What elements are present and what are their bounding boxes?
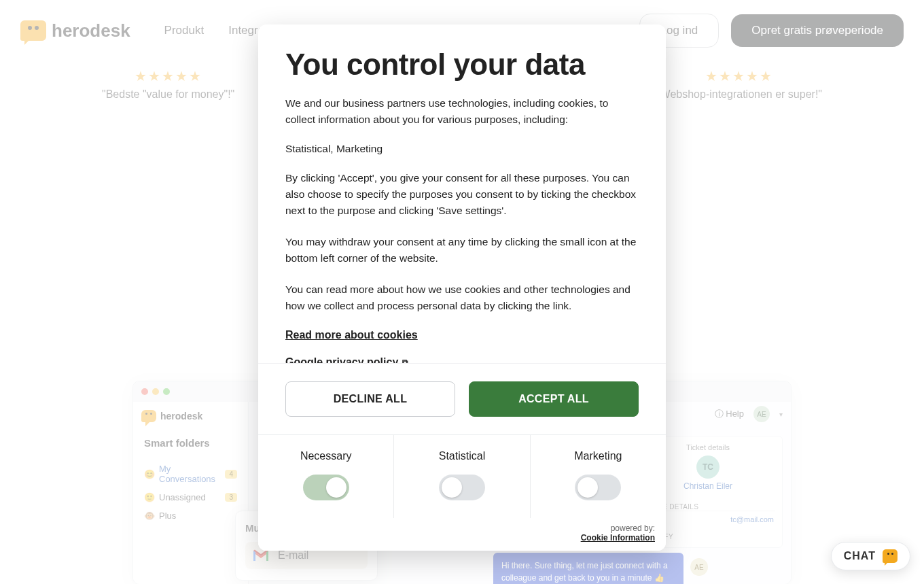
consent-toggle-row: Necessary Statistical Marketing <box>258 434 666 518</box>
powered-label: powered by: <box>611 523 655 533</box>
modal-intro: We and our business partners use technol… <box>285 95 639 128</box>
toggle-label: Necessary <box>265 450 387 462</box>
decline-all-button[interactable]: DECLINE ALL <box>285 381 455 417</box>
toggle-label: Marketing <box>537 450 659 462</box>
consent-necessary: Necessary <box>258 435 394 518</box>
modal-withdraw-text: You may withdraw your consent at any tim… <box>285 234 639 267</box>
marketing-toggle[interactable] <box>575 475 621 500</box>
modal-action-row: DECLINE ALL ACCEPT ALL <box>258 363 666 434</box>
consent-marketing: Marketing <box>531 435 666 518</box>
external-link-icon: ⧉ <box>402 358 408 363</box>
statistical-toggle[interactable] <box>439 475 485 500</box>
chat-launcher[interactable]: CHAT <box>831 542 910 570</box>
accept-all-button[interactable]: ACCEPT ALL <box>469 381 639 417</box>
cookies-info-link[interactable]: Read more about cookies <box>285 329 418 341</box>
modal-readmore-text: You can read more about how we use cooki… <box>285 281 639 314</box>
consent-statistical: Statistical <box>394 435 530 518</box>
modal-title: You control your data <box>285 48 639 82</box>
modal-consent-text: By clicking 'Accept', you give your cons… <box>285 170 639 219</box>
modal-footer: powered by: Cookie Information <box>258 518 666 551</box>
cookie-consent-modal: You control your data We and our busines… <box>258 24 666 551</box>
google-privacy-link[interactable]: Google privacy policy ⧉ <box>285 356 408 363</box>
modal-categories: Statistical, Marketing <box>285 143 639 155</box>
chat-bubble-icon <box>883 549 898 563</box>
cookie-information-link[interactable]: Cookie Information <box>269 533 655 543</box>
modal-scroll-area[interactable]: You control your data We and our busines… <box>258 24 666 363</box>
toggle-label: Statistical <box>401 450 522 462</box>
chat-label: CHAT <box>844 550 876 562</box>
necessary-toggle <box>303 475 349 500</box>
